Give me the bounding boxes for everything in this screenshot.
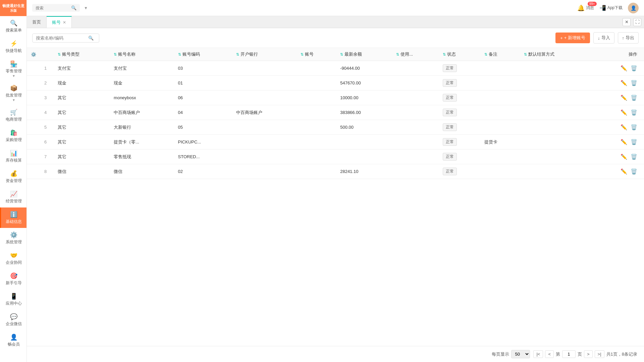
avatar[interactable]: 👤: [628, 3, 639, 13]
row-usage: [392, 149, 439, 164]
edit-icon[interactable]: ✏️: [621, 124, 627, 130]
bank-col-header[interactable]: ⇅开户银行: [232, 48, 296, 61]
retail-mgmt-icon: 🏪: [10, 60, 17, 68]
row-account-type: 其它: [54, 105, 110, 120]
pagination: 每页显示 50 10 20 100 |< < 第 页 > >| 共1页，8条记录: [27, 346, 644, 362]
sidebar-item-operations-mgmt[interactable]: 📈 经营管理: [0, 187, 26, 207]
export-button[interactable]: ↑ 导出: [618, 32, 639, 44]
row-usage: [392, 135, 439, 149]
delete-icon[interactable]: 🗑️: [631, 139, 637, 145]
row-latest-balance: [336, 135, 392, 149]
settings-icon[interactable]: ⚙️: [31, 52, 36, 57]
last-page-button[interactable]: >|: [595, 350, 604, 358]
sidebar-item-basic-info[interactable]: ℹ️ 基础信息: [0, 207, 26, 228]
sidebar-item-enterprise-wechat[interactable]: 💬 企业微信: [0, 310, 26, 330]
add-account-button[interactable]: + + 新增账号: [555, 33, 590, 43]
tab-account[interactable]: 账号 ✕: [47, 16, 72, 28]
latest-balance-col-header[interactable]: ⇅最新余额: [336, 48, 392, 61]
sidebar-item-inventory[interactable]: 📊 库存核算: [0, 146, 26, 167]
status-col-header[interactable]: ⇅状态: [439, 48, 480, 61]
tab-close-icon[interactable]: ✕: [63, 20, 66, 25]
row-remark: 提货卡: [480, 135, 520, 149]
status-badge: 正常: [443, 64, 457, 72]
edit-icon[interactable]: ✏️: [621, 95, 627, 101]
default-settlement-col-header[interactable]: ⇅默认结算方式: [520, 48, 592, 61]
row-account-code: 03: [174, 61, 232, 76]
accounts-table: ⚙️ ⇅账号类型 ⇅账号名称 ⇅账号编码 ⇅开户银行: [27, 48, 644, 179]
delete-icon[interactable]: 🗑️: [631, 154, 637, 160]
sidebar-item-ecommerce-mgmt[interactable]: 🛒 电商管理: [0, 105, 26, 126]
quick-nav-icon: ⚡: [10, 40, 17, 47]
sidebar-item-purchase-mgmt[interactable]: 🛍️ 采购管理: [0, 126, 26, 146]
sidebar-item-enterprise-agreement[interactable]: 🤝 企业协同: [0, 248, 26, 269]
row-actions: ✏️ 🗑️: [592, 76, 644, 90]
row-usage: [392, 76, 439, 90]
remark-col-header[interactable]: ⇅备注: [480, 48, 520, 61]
search-box[interactable]: 🔍: [32, 34, 99, 43]
action-icons: ✏️ 🗑️: [596, 65, 640, 71]
sidebar-item-new-guide[interactable]: 🎯 新手引导: [0, 269, 26, 289]
delete-icon[interactable]: 🗑️: [631, 65, 637, 71]
edit-icon[interactable]: ✏️: [621, 65, 627, 71]
sidebar-item-system-mgmt[interactable]: ⚙️ 系统管理: [0, 228, 26, 248]
account-col-header[interactable]: ⇅账号: [297, 48, 336, 61]
content-area: 🔍 + + 新增账号 ↓ 导入 ↑ 导出: [27, 28, 644, 362]
sidebar-item-app-center[interactable]: 📱 应用中心: [0, 289, 26, 310]
edit-icon[interactable]: ✏️: [621, 154, 627, 160]
tab-close-all-button[interactable]: ✕: [623, 18, 631, 26]
toolbar: 🔍 + + 新增账号 ↓ 导入 ↑ 导出: [27, 28, 644, 48]
account-name-col-header[interactable]: ⇅账号名称: [110, 48, 174, 61]
top-search-box[interactable]: 🔍: [32, 4, 80, 12]
delete-icon[interactable]: 🗑️: [631, 168, 637, 175]
edit-icon[interactable]: ✏️: [621, 139, 627, 145]
app-download-button[interactable]: 📲 App下载: [599, 5, 623, 11]
delete-icon[interactable]: 🗑️: [631, 124, 637, 130]
sidebar-item-quick-nav[interactable]: ⚡ 快捷导航: [0, 37, 26, 57]
first-page-button[interactable]: |<: [533, 350, 543, 358]
enterprise-agreement-icon: 🤝: [10, 252, 17, 259]
sort-icon: ⇅: [396, 52, 399, 56]
next-page-button[interactable]: >: [584, 350, 593, 358]
tab-home[interactable]: 首页: [27, 16, 47, 28]
sort-icon: ⇅: [524, 52, 527, 56]
sidebar-item-wholesale-mgmt[interactable]: 📦 批发管理 ▼: [0, 81, 26, 105]
delete-icon[interactable]: 🗑️: [631, 80, 637, 86]
row-remark: [480, 105, 520, 120]
row-index: 1: [40, 61, 54, 76]
row-actions: ✏️ 🗑️: [592, 105, 644, 120]
status-badge: 正常: [443, 94, 457, 102]
row-settings-cell: [27, 105, 40, 120]
import-button[interactable]: ↓ 导入: [593, 32, 614, 44]
status-badge: 正常: [443, 123, 457, 131]
delete-icon[interactable]: 🗑️: [631, 109, 637, 116]
sidebar-item-retail-mgmt[interactable]: 🏪 零售管理 ▼: [0, 57, 26, 81]
row-account-code: STORED...: [174, 149, 232, 164]
delete-icon[interactable]: 🗑️: [631, 95, 637, 101]
sidebar-item-member[interactable]: 👤 畅会员: [0, 330, 26, 351]
page-size-dropdown[interactable]: 50 10 20 100: [511, 350, 530, 358]
prev-page-button[interactable]: <: [545, 350, 554, 358]
top-search-input[interactable]: [36, 6, 69, 10]
account-type-col-header[interactable]: ⇅账号类型: [54, 48, 110, 61]
message-icon: 🔔: [577, 4, 585, 12]
row-actions: ✏️ 🗑️: [592, 149, 644, 164]
search-icon: 🔍: [88, 36, 94, 41]
message-button[interactable]: 🔔 99+ 消息: [577, 4, 594, 12]
wholesale-mgmt-icon: 📦: [10, 84, 17, 92]
search-input[interactable]: [36, 36, 86, 41]
sidebar-item-search-order[interactable]: 🔍 搜索菜单: [0, 16, 26, 37]
member-icon: 👤: [10, 334, 17, 341]
row-account: [297, 61, 336, 76]
current-page-input[interactable]: [562, 350, 576, 358]
edit-icon[interactable]: ✏️: [621, 80, 627, 86]
edit-icon[interactable]: ✏️: [621, 168, 627, 175]
page-prefix-label: 第: [556, 351, 560, 357]
action-icons: ✏️ 🗑️: [596, 95, 640, 101]
account-code-col-header[interactable]: ⇅账号编码: [174, 48, 232, 61]
usage-col-header[interactable]: ⇅使用...: [392, 48, 439, 61]
app-center-icon: 📱: [10, 293, 17, 300]
chevron-down-icon: ▼: [12, 98, 15, 102]
edit-icon[interactable]: ✏️: [621, 109, 627, 116]
tab-expand-button[interactable]: ⛶: [633, 18, 641, 26]
sidebar-item-finance-mgmt[interactable]: 💰 资金管理: [0, 167, 26, 187]
